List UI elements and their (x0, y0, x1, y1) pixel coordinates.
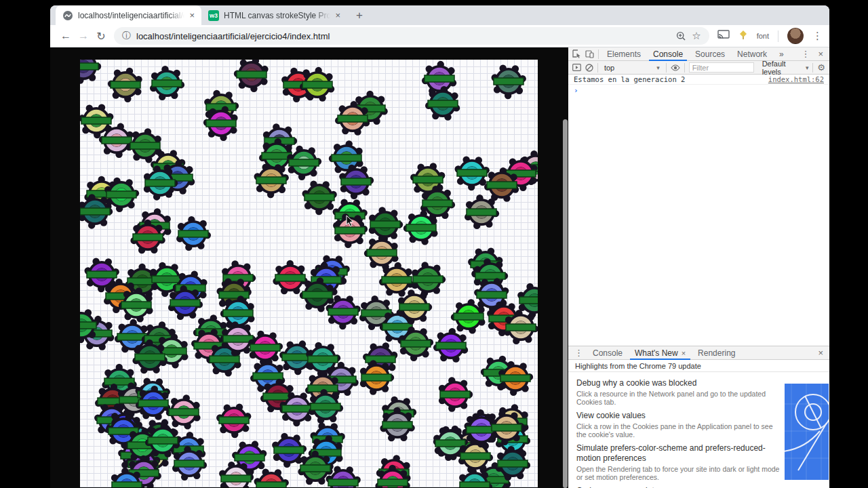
extension-icon[interactable] (738, 30, 748, 43)
chevron-down-icon: ▾ (656, 64, 660, 71)
drawer-tab-label: What's New (635, 348, 678, 358)
forward-button[interactable]: → (75, 30, 92, 42)
console-empty-area[interactable] (568, 96, 829, 346)
console-filter-input[interactable] (689, 62, 754, 73)
section-description: Open the Rendering tab to force your sit… (576, 465, 783, 481)
reload-button[interactable]: ↻ (92, 30, 110, 43)
clear-console-icon[interactable] (585, 64, 593, 72)
console-prompt-icon: › (574, 86, 578, 95)
devtools-tab-sources[interactable]: Sources (691, 47, 729, 61)
devtools-menu-icon[interactable]: ⋮ (799, 49, 812, 59)
devtools-tab-console[interactable]: Console (649, 47, 687, 61)
whats-new-section: Debug why a cookie was blocked Click a r… (576, 378, 783, 406)
whats-new-header: Highlights from the Chrome 79 update (568, 360, 829, 372)
browser-menu-icon[interactable]: ⋮ (812, 30, 823, 42)
tab-localhost[interactable]: localhost/inteligenciaartificial/e × (56, 5, 201, 25)
tab-title: HTML canvas strokeStyle Prop (224, 11, 330, 20)
back-button[interactable]: ← (57, 30, 75, 42)
whats-new-section: Simulate prefers-color-scheme and prefer… (576, 443, 783, 481)
drawer-menu-icon[interactable]: ⋮ (572, 348, 585, 358)
browser-window: localhost/inteligenciaartificial/e × w3 … (50, 5, 829, 488)
page-viewport (50, 47, 568, 488)
console-source-link[interactable]: index.html:62 (768, 75, 824, 83)
devtools-panel: Elements Console Sources Network » ⋮ × (568, 47, 829, 488)
cast-icon[interactable] (717, 30, 730, 42)
console-settings-icon[interactable]: ⚙ (817, 62, 825, 73)
section-title[interactable]: Simulate prefers-color-scheme and prefer… (576, 443, 783, 464)
w3schools-favicon-icon: w3 (208, 10, 219, 21)
toolbar-divider (598, 49, 599, 59)
simulation-canvas[interactable] (80, 60, 538, 487)
console-toolbar: top ▾ Default levels ▾ ⚙ (568, 61, 829, 75)
devtools-tab-elements[interactable]: Elements (603, 47, 645, 61)
tab-strip: localhost/inteligenciaartificial/e × w3 … (50, 5, 829, 25)
font-extension-label[interactable]: font (757, 32, 769, 40)
drawer-close-icon[interactable]: × (816, 348, 825, 358)
context-selector-value: top (604, 64, 614, 72)
section-description: Click a resource in the Network panel an… (576, 390, 783, 406)
tab-w3schools[interactable]: w3 HTML canvas strokeStyle Prop × (201, 5, 347, 25)
live-expression-icon[interactable] (671, 64, 680, 71)
toolbar-divider (778, 30, 778, 42)
browser-toolbar: ← → ↻ ⓘ localhost/inteligenciaartificial… (50, 25, 829, 47)
more-tabs-icon[interactable]: » (775, 47, 788, 61)
localhost-favicon-icon (62, 10, 73, 21)
drawer-tab-bar: ⋮ Console What's New × Rendering × (568, 346, 829, 360)
toolbar-divider (684, 63, 685, 73)
whats-new-content: Debug why a cookie was blocked Click a r… (568, 372, 829, 488)
mouse-cursor (346, 215, 354, 230)
drawer-tab-console[interactable]: Console (588, 346, 627, 360)
zoom-indicator-icon[interactable] (676, 31, 686, 41)
drawer-tab-whats-new[interactable]: What's New × (630, 346, 690, 360)
inspect-element-icon[interactable] (572, 49, 581, 58)
chevron-down-icon: ▾ (806, 64, 809, 71)
console-message-text: Estamos en la generacion 2 (574, 75, 685, 83)
tab-title: localhost/inteligenciaartificial/e (78, 11, 184, 20)
console-prompt[interactable]: › (568, 85, 829, 96)
log-levels-value: Default levels (762, 60, 802, 76)
page-info-icon[interactable]: ⓘ (122, 30, 131, 42)
toolbar-right-cluster: font ⋮ (717, 28, 823, 44)
section-title[interactable]: Debug why a cookie was blocked (576, 378, 783, 388)
toolbar-divider (597, 63, 598, 73)
address-bar[interactable]: ⓘ localhost/inteligenciaartificial/ejerc… (114, 27, 709, 45)
console-message: Estamos en la generacion 2 index.html:62 (568, 75, 829, 85)
drawer-tab-close-icon[interactable]: × (682, 349, 686, 357)
devtools-close-icon[interactable]: × (816, 49, 825, 59)
toolbar-divider (812, 63, 813, 73)
content-row: Elements Console Sources Network » ⋮ × (50, 47, 829, 488)
console-sidebar-icon[interactable] (572, 64, 581, 71)
section-title[interactable]: View cookie values (576, 411, 783, 421)
drawer-tab-rendering[interactable]: Rendering (693, 346, 740, 360)
tab-close-icon[interactable]: × (189, 10, 195, 20)
toolbar-divider (666, 63, 667, 73)
context-selector[interactable]: top ▾ (602, 64, 662, 72)
devtools-tab-network[interactable]: Network (733, 47, 771, 61)
devtools-drawer: ⋮ Console What's New × Rendering × Highl… (568, 346, 829, 488)
url-text[interactable]: localhost/inteligenciaartificial/ejercic… (136, 31, 671, 41)
new-tab-button[interactable]: + (350, 6, 369, 25)
chrome79-artwork (785, 384, 829, 480)
bookmark-star-icon[interactable]: ☆ (692, 30, 701, 42)
profile-avatar[interactable] (787, 28, 804, 44)
tab-close-icon[interactable]: × (335, 10, 340, 20)
section-description: Click a row in the Cookies pane in the A… (576, 422, 783, 439)
whats-new-section: View cookie values Click a row in the Co… (576, 411, 783, 439)
log-levels-selector[interactable]: Default levels ▾ (762, 60, 809, 76)
page-scrollbar[interactable] (563, 119, 568, 488)
device-toolbar-icon[interactable] (585, 49, 594, 58)
